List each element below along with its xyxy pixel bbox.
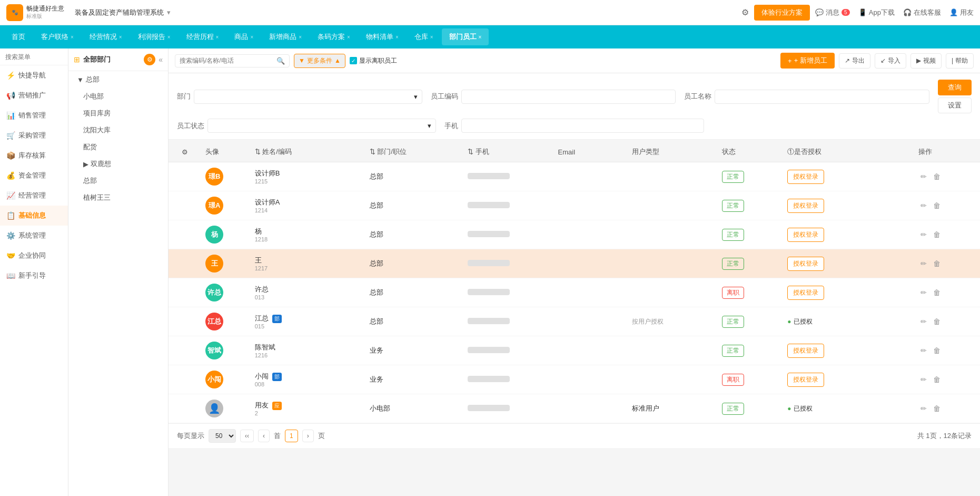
resigned-checkbox[interactable]: ✓	[350, 57, 357, 64]
dept-item-小电部[interactable]: 小电部	[68, 88, 168, 105]
nav-tab-物料清单[interactable]: 物料清单×	[359, 28, 406, 45]
dept-item-总部[interactable]: ▼总部	[68, 71, 168, 88]
employee-search-input[interactable]	[180, 57, 274, 64]
edit-btn[interactable]: ✏	[918, 316, 929, 327]
more-filter-btn[interactable]: ▼ 更多条件 ▲	[294, 54, 345, 68]
delete-btn[interactable]: 🗑	[931, 258, 943, 269]
phone-value	[468, 318, 510, 324]
sidebar-item-采购管理[interactable]: 🛒采购管理	[0, 125, 68, 145]
nav-tab-close[interactable]: ×	[167, 34, 171, 40]
empname-input[interactable]	[715, 90, 929, 104]
auth-btn[interactable]: 授权登录	[787, 373, 824, 387]
auth-btn[interactable]: 授权登录	[787, 228, 824, 242]
edit-btn[interactable]: ✏	[918, 200, 929, 211]
sidebar-item-资金管理[interactable]: 💰资金管理	[0, 166, 68, 186]
help-btn[interactable]: | 帮助	[946, 53, 974, 69]
sidebar-item-经营管理[interactable]: 📈经营管理	[0, 186, 68, 206]
online-service-item[interactable]: 🎧 在线客服	[903, 8, 941, 17]
sidebar-item-企业协同[interactable]: 🤝企业协同	[0, 246, 68, 266]
edit-btn[interactable]: ✏	[918, 403, 929, 414]
nav-tab-经营历程[interactable]: 经营历程×	[179, 28, 226, 45]
trial-button[interactable]: 体验行业方案	[754, 5, 810, 21]
nav-tab-close[interactable]: ×	[395, 34, 399, 40]
per-page-select[interactable]: 50	[209, 429, 236, 443]
message-item[interactable]: 💬 消息 5	[815, 8, 850, 17]
nav-tab-close[interactable]: ×	[430, 34, 433, 40]
dept-item-双鹿想[interactable]: ▶双鹿想	[68, 155, 168, 172]
nav-tab-经营情况[interactable]: 经营情况×	[82, 28, 130, 45]
dept-item-总部[interactable]: 总部	[68, 172, 168, 189]
delete-btn[interactable]: 🗑	[931, 345, 943, 356]
next-page-btn[interactable]: ›	[302, 430, 314, 442]
dept-add-btn[interactable]: ⚙	[144, 54, 155, 65]
dept-item-植树王三[interactable]: 植树王三	[68, 189, 168, 206]
edit-btn[interactable]: ✏	[918, 171, 929, 182]
dept-item-配货[interactable]: 配货	[68, 139, 168, 155]
auth-btn[interactable]: 授权登录	[787, 199, 824, 213]
row-auth: 授权登录	[783, 249, 914, 278]
nav-tab-利润报告[interactable]: 利润报告×	[131, 28, 178, 45]
nav-tab-客户联络[interactable]: 客户联络×	[34, 28, 81, 45]
col-avatar: 头像	[201, 142, 250, 162]
empcode-input[interactable]	[461, 90, 676, 104]
delete-btn[interactable]: 🗑	[931, 200, 943, 211]
sidebar-item-营销推广[interactable]: 📢营销推广	[0, 85, 68, 105]
nav-tab-条码方案[interactable]: 条码方案×	[310, 28, 358, 45]
status-select[interactable]: ▾	[207, 119, 436, 133]
sidebar-item-新手引导[interactable]: 📖新手引导	[0, 266, 68, 286]
nav-tab-部门员工[interactable]: 部门员工×	[442, 28, 489, 45]
delete-btn[interactable]: 🗑	[931, 316, 943, 327]
current-page[interactable]: 1	[285, 430, 298, 442]
auth-btn[interactable]: 授权登录	[787, 257, 824, 271]
auth-btn[interactable]: 授权登录	[787, 286, 824, 300]
app-download-item[interactable]: 📱 App下载	[858, 8, 895, 17]
search-btn[interactable]: 查询	[938, 80, 972, 95]
sidebar-item-系统管理[interactable]: ⚙️系统管理	[0, 226, 68, 246]
filter-settings-btn[interactable]: 设置	[938, 98, 972, 113]
nav-tab-close[interactable]: ×	[479, 34, 482, 40]
delete-btn[interactable]: 🗑	[931, 171, 943, 182]
nav-tab-close[interactable]: ×	[71, 34, 74, 40]
nav-tab-首页[interactable]: 首页	[4, 28, 33, 45]
sidebar-search-input[interactable]	[5, 53, 68, 61]
edit-btn[interactable]: ✏	[918, 258, 929, 269]
gear-button[interactable]: ⚙	[741, 7, 749, 17]
sidebar-item-基础信息[interactable]: 📋基础信息	[0, 206, 68, 226]
sidebar-item-快捷导航[interactable]: ⚡快捷导航	[0, 65, 68, 85]
nav-tab-新增商品[interactable]: 新增商品×	[262, 28, 309, 45]
search-wrap: 🔍	[175, 54, 290, 67]
show-resigned-toggle[interactable]: ✓ 显示离职员工	[350, 56, 397, 65]
delete-btn[interactable]: 🗑	[931, 287, 943, 298]
delete-btn[interactable]: 🗑	[931, 374, 943, 385]
nav-tab-商品[interactable]: 商品×	[227, 28, 261, 45]
nav-tab-仓库[interactable]: 仓库×	[407, 28, 441, 45]
auth-btn[interactable]: 授权登录	[787, 170, 824, 184]
sidebar-item-销售管理[interactable]: 📊销售管理	[0, 105, 68, 125]
add-employee-btn[interactable]: + + 新增员工	[780, 53, 835, 69]
prev-page-btn[interactable]: ‹	[258, 430, 270, 442]
nav-tab-close[interactable]: ×	[347, 34, 350, 40]
import-btn[interactable]: ↙ 导入	[875, 53, 906, 69]
dept-collapse-btn[interactable]: «	[159, 55, 163, 64]
user-item[interactable]: 👤 用友	[949, 8, 974, 17]
edit-btn[interactable]: ✏	[918, 229, 929, 240]
dept-item-项目库房[interactable]: 项目库房	[68, 105, 168, 122]
nav-tab-close[interactable]: ×	[216, 34, 219, 40]
dept-select[interactable]: ▾	[194, 90, 422, 104]
delete-btn[interactable]: 🗑	[931, 403, 943, 414]
row-auth: 授权登录	[783, 336, 914, 365]
phone-input[interactable]	[461, 119, 704, 133]
nav-tab-close[interactable]: ×	[119, 34, 122, 40]
export-btn[interactable]: ↗ 导出	[839, 53, 870, 69]
view-btn[interactable]: ▶ 视频	[910, 53, 942, 69]
nav-tab-close[interactable]: ×	[250, 34, 253, 40]
nav-tab-close[interactable]: ×	[299, 34, 302, 40]
sidebar-item-库存核算[interactable]: 📦库存核算	[0, 145, 68, 166]
edit-btn[interactable]: ✏	[918, 345, 929, 356]
dept-item-沈阳大库[interactable]: 沈阳大库	[68, 122, 168, 139]
delete-btn[interactable]: 🗑	[931, 229, 943, 240]
edit-btn[interactable]: ✏	[918, 374, 929, 385]
edit-btn[interactable]: ✏	[918, 287, 929, 298]
first-page-btn[interactable]: ‹‹	[240, 430, 254, 442]
auth-btn[interactable]: 授权登录	[787, 344, 824, 358]
